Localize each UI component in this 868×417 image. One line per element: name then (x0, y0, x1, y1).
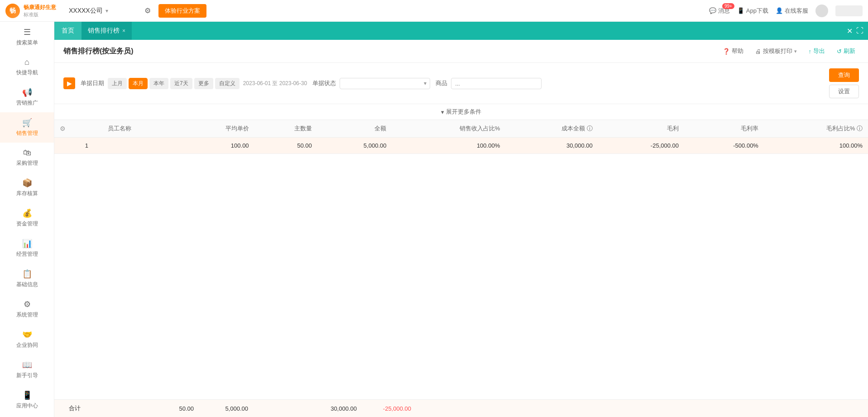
th-profit-rate: 毛利率 (684, 120, 764, 138)
sidebar-item-search[interactable]: ☰ 搜索菜单 (0, 22, 54, 52)
sidebar-label-finance: 资金管理 (16, 220, 38, 228)
tab-window-close-icon[interactable]: ✕ (847, 27, 853, 35)
date-buttons: 上月 本月 本年 近7天 更多 自定义 (108, 78, 240, 89)
th-name: 员工名称 (102, 120, 178, 138)
sidebar-item-basics[interactable]: 📋 基础信息 (0, 264, 54, 294)
th-avg-price: 平均单价 (178, 120, 254, 138)
sidebar-item-inventory[interactable]: 📦 库存核算 (0, 173, 54, 203)
td-profit: -25,000.00 (598, 138, 684, 154)
sidebar-label-guide: 新手引导 (16, 372, 38, 379)
apps-icon: 📱 (22, 390, 32, 400)
footer-profit: -25,000.00 (362, 405, 417, 412)
goods-label: 商品 (436, 79, 447, 87)
avatar[interactable] (815, 5, 828, 17)
footer-qty: 50.00 (154, 405, 199, 412)
status-select-wrapper: ▾ (340, 78, 430, 89)
status-select[interactable] (340, 78, 430, 89)
sidebar-label-collab: 企业协同 (16, 341, 38, 349)
sidebar-item-wechat[interactable]: 💬 企业微信 (0, 415, 54, 417)
th-profit-pct: 毛利占比% ⓘ (764, 120, 868, 138)
trial-button[interactable]: 体验行业方案 (158, 4, 206, 18)
date-label: 单据日期 (81, 79, 104, 87)
operations-icon: 📊 (22, 239, 32, 249)
td-rank: 1 (71, 138, 102, 154)
date-filter-group: 单据日期 上月 本月 本年 近7天 更多 自定义 2023-06-01 至 20… (81, 78, 307, 89)
query-button[interactable]: 查询 (829, 68, 859, 82)
collab-icon: 🤝 (22, 330, 32, 340)
export-button[interactable]: ↑ 导出 (805, 45, 829, 57)
filter-toggle-button[interactable]: ▶ (63, 77, 75, 89)
app-logo: 畅 (5, 4, 20, 18)
date-btn-7days[interactable]: 近7天 (170, 78, 192, 89)
sidebar-item-system[interactable]: ⚙ 系统管理 (0, 294, 54, 324)
app-download-button[interactable]: 📱 App下载 (737, 7, 768, 15)
table-footer: 合计 50.00 5,000.00 30,000.00 -25,000.00 (54, 399, 868, 417)
company-selector[interactable]: XXXXX公司 ▾ (69, 7, 141, 15)
td-avg-price: 100.00 (178, 138, 254, 154)
th-amount: 全额 (317, 120, 392, 138)
goods-input[interactable] (451, 78, 542, 89)
th-rank (71, 120, 102, 138)
query-settings-btns: 查询 设置 (829, 68, 859, 98)
marketing-icon: 📢 (22, 87, 32, 97)
table-header-row: ⚙ 员工名称 平均单价 主数量 全额 销售收入占比% 成本全额 ⓘ (54, 120, 868, 138)
sidebar-label-apps: 应用中心 (16, 402, 38, 410)
sidebar: ☰ 搜索菜单 ⌂ 快捷导航 📢 营销推广 🛒 销售管理 🛍 采购管理 📦 库存核… (0, 22, 54, 417)
status-filter-group: 单据状态 ▾ (312, 78, 430, 89)
main-layout: ☰ 搜索菜单 ⌂ 快捷导航 📢 营销推广 🛒 销售管理 🛍 采购管理 📦 库存核… (0, 22, 868, 417)
basics-icon: 📋 (22, 269, 32, 279)
data-table: ⚙ 员工名称 平均单价 主数量 全额 销售收入占比% 成本全额 ⓘ (54, 120, 868, 154)
tab-close-icon[interactable]: × (122, 28, 125, 34)
sidebar-item-collab[interactable]: 🤝 企业协同 (0, 324, 54, 355)
date-btn-more[interactable]: 更多 (194, 78, 213, 89)
sidebar-item-sales[interactable]: 🛒 销售管理 (0, 112, 54, 143)
service-icon: 👤 (776, 7, 783, 14)
sidebar-item-operations[interactable]: 📊 经营管理 (0, 233, 54, 264)
message-icon: 💬 (709, 7, 716, 14)
sidebar-item-finance[interactable]: 💰 资金管理 (0, 203, 54, 233)
print-icon: 🖨 (755, 48, 761, 55)
th-sales-pct: 销售收入占比% (392, 120, 505, 138)
sidebar-item-apps[interactable]: 📱 应用中心 (0, 385, 54, 415)
td-amount: 5,000.00 (317, 138, 392, 154)
tab-home[interactable]: 首页 (54, 22, 82, 40)
sidebar-label-marketing: 营销推广 (16, 99, 38, 107)
date-btn-custom[interactable]: 自定义 (215, 78, 240, 89)
footer-label: 合计 (63, 404, 154, 412)
th-qty: 主数量 (254, 120, 317, 138)
settings-icon[interactable]: ⚙ (141, 5, 154, 17)
chevron-down-icon: ▾ (106, 8, 108, 14)
print-chevron-icon: ▾ (794, 48, 797, 54)
help-button[interactable]: ❓ 帮助 (719, 45, 747, 57)
tab-sales-ranking[interactable]: 销售排行榜 × (82, 22, 132, 40)
refresh-button[interactable]: ↺ 刷新 (833, 45, 859, 57)
td-sales-pct: 100.00% (392, 138, 505, 154)
col-settings-icon[interactable]: ⚙ (60, 125, 66, 132)
message-button[interactable]: 💬 消息 99+ (709, 7, 730, 15)
print-button[interactable]: 🖨 按模板打印 ▾ (752, 45, 801, 57)
date-btn-this-month[interactable]: 本月 (129, 78, 148, 89)
status-label: 单据状态 (312, 79, 336, 87)
td-cost: 30,000.00 (505, 138, 598, 154)
sidebar-item-marketing[interactable]: 📢 营销推广 (0, 82, 54, 112)
help-icon: ❓ (723, 48, 730, 55)
guide-icon: 📖 (22, 360, 32, 370)
table-row: 1 100.00 50.00 5,000.00 100.00% 30,000.0… (54, 138, 868, 154)
filter-and-table: ▶ 单据日期 上月 本月 本年 近7天 更多 自定义 2023-06-01 至 … (54, 63, 868, 417)
date-btn-last-month[interactable]: 上月 (108, 78, 127, 89)
page-title: 销售排行榜(按业务员) (63, 47, 134, 56)
expand-more-button[interactable]: ▾ 展开更多条件 (437, 107, 485, 117)
sidebar-item-purchase[interactable]: 🛍 采购管理 (0, 143, 54, 173)
finance-icon: 💰 (22, 208, 32, 218)
page-content: 销售排行榜(按业务员) ❓ 帮助 🖨 按模板打印 ▾ ↑ 导出 (54, 40, 868, 417)
online-service-button[interactable]: 👤 在线客服 (776, 7, 808, 15)
sidebar-item-nav[interactable]: ⌂ 快捷导航 (0, 52, 54, 82)
top-right-actions: 💬 消息 99+ 📱 App下载 👤 在线客服 (709, 5, 863, 17)
tab-expand-icon[interactable]: ⛶ (856, 27, 863, 35)
date-btn-this-year[interactable]: 本年 (149, 78, 168, 89)
th-profit: 毛利 (598, 120, 684, 138)
home-icon: ⌂ (24, 58, 29, 67)
sidebar-item-guide[interactable]: 📖 新手引导 (0, 355, 54, 385)
settings-button[interactable]: 设置 (829, 85, 859, 98)
system-icon: ⚙ (24, 299, 31, 309)
